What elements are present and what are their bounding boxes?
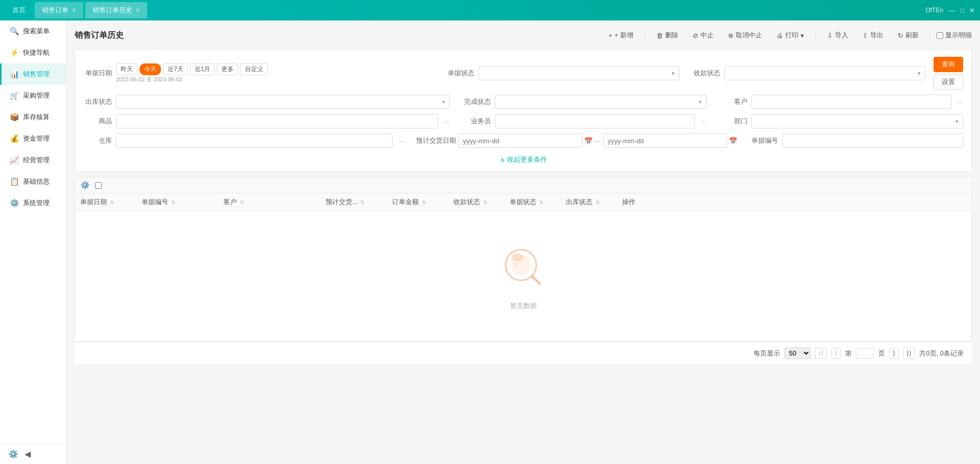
page-title: 销售订单历史 [75, 30, 124, 41]
warehouse-dots[interactable]: ··· [399, 137, 404, 145]
delete-button[interactable]: 🗑 删除 [651, 29, 683, 42]
data-table: 单据日期 ⇅ 单据编号 ⇅ 客户 ⇅ [75, 193, 971, 211]
complete-status-select[interactable]: ▾ [495, 95, 706, 109]
refresh-button[interactable]: ↻ 刷新 [893, 29, 924, 42]
th-receipt-status: 收款状态 ⇅ [448, 193, 505, 211]
tab-close-sales-order-history[interactable]: ✕ [135, 7, 140, 14]
department-select[interactable]: ▾ [751, 114, 963, 128]
calendar-start-icon[interactable]: 📅 [584, 137, 592, 145]
table-container: ⚙️ 单据日期 ⇅ 单据编号 ⇅ [75, 177, 972, 342]
tab-sales-order-history[interactable]: 销售订单历史 ✕ [85, 2, 147, 18]
salesperson-dots[interactable]: ··· [701, 118, 706, 125]
new-icon: + [608, 32, 612, 39]
import-icon: ⇩ [827, 32, 833, 39]
per-page-select[interactable]: 10 20 50 100 [784, 347, 811, 359]
bill-number-col: 单据编号 [749, 134, 963, 148]
date-today[interactable]: 今天 [140, 63, 161, 75]
sidebar-item-sales-mgmt[interactable]: 📊 销售管理 [0, 63, 66, 85]
window-close[interactable]: ✕ [969, 7, 975, 14]
customer-dots[interactable]: ··· [958, 98, 963, 106]
out-status-label: 出库状态 [83, 97, 112, 106]
sort-date-icon[interactable]: ⇅ [110, 200, 114, 205]
sidebar-settings-icon[interactable]: ⚙️ [8, 449, 18, 459]
export-button[interactable]: ⇧ 导出 [857, 29, 888, 42]
divider-1 [645, 32, 645, 39]
sidebar-item-operation-mgmt[interactable]: 📈 经营管理 [0, 149, 66, 171]
sort-customer-icon[interactable]: ⇅ [240, 200, 244, 205]
receipt-status-select[interactable]: ▾ [724, 66, 925, 80]
page-next-btn[interactable]: ⟩ [889, 348, 899, 359]
tab-home[interactable]: 首页 [5, 2, 33, 18]
per-page-label: 每页显示 [754, 349, 780, 358]
search-menu-icon: 🔍 [10, 27, 19, 36]
sort-delivery-icon[interactable]: ⇅ [360, 200, 364, 205]
delivery-date-start[interactable] [458, 134, 582, 148]
tab-close-sales-order[interactable]: ✕ [72, 7, 76, 14]
th-delivery: 预计交货... ⇅ [321, 193, 387, 211]
sidebar-item-system-mgmt[interactable]: ⚙️ 系统管理 [0, 192, 66, 214]
page-header: 销售订单历史 + + 新增 🗑 删除 ⊘ 中止 [75, 29, 972, 42]
delete-icon: 🗑 [656, 32, 663, 39]
delivery-date-end[interactable] [603, 134, 727, 148]
product-dots[interactable]: ··· [444, 118, 450, 125]
sidebar-item-quick-nav[interactable]: ⚡ 快捷导航 [0, 42, 66, 63]
display-detail-checkbox[interactable] [937, 32, 943, 39]
calendar-end-icon[interactable]: 📅 [729, 137, 737, 145]
salesperson-input[interactable] [495, 114, 695, 128]
filter-row-1: 单据日期 昨天 今天 近7天 近1月 更多 自定义 2023-06-02 至 2… [83, 57, 963, 90]
warehouse-input[interactable] [116, 134, 393, 148]
page-input[interactable]: 1 [856, 348, 874, 359]
customer-input[interactable] [751, 95, 951, 109]
display-detail-toggle[interactable]: 显示明细 [937, 31, 972, 40]
cancel-stop-button[interactable]: ⊗ 取消中止 [723, 29, 767, 42]
date-custom[interactable]: 自定义 [240, 63, 268, 75]
empty-text: 暂无数据 [510, 301, 537, 311]
product-input[interactable] [116, 114, 438, 128]
date-yesterday[interactable]: 昨天 [116, 63, 138, 75]
stop-button[interactable]: ⊘ 中止 [688, 29, 719, 42]
date-7days[interactable]: 近7天 [163, 63, 188, 75]
system-mgmt-icon: ⚙️ [10, 198, 19, 208]
import-button[interactable]: ⇩ 导入 [822, 29, 853, 42]
bill-status-select[interactable]: ▾ [478, 66, 679, 80]
date-more[interactable]: 更多 [217, 63, 238, 75]
window-minimize[interactable]: — [948, 7, 955, 14]
complete-status-col: 完成状态 ▾ [462, 95, 706, 109]
sidebar-item-capital-mgmt[interactable]: 💰 资金管理 [0, 128, 66, 149]
sidebar-item-inventory[interactable]: 📦 库存核算 [0, 106, 66, 128]
page-last-btn[interactable]: ⟩⟩ [903, 348, 915, 359]
sidebar-item-search-menu[interactable]: 🔍 搜索菜单 [0, 20, 66, 42]
sort-amount-icon[interactable]: ⇅ [422, 200, 426, 205]
new-button[interactable]: + + 新增 [603, 29, 639, 42]
department-chevron: ▾ [955, 118, 959, 125]
warehouse-label: 仓库 [83, 136, 112, 145]
sidebar: 🔍 搜索菜单 ⚡ 快捷导航 📊 销售管理 🛒 采购管理 📦 库存核算 💰 资金管… [0, 20, 66, 464]
sort-out-status-icon[interactable]: ⇅ [596, 200, 600, 205]
out-status-select[interactable]: ▾ [116, 95, 450, 109]
collapse-filter[interactable]: ∧ 收起更多条件 [83, 153, 963, 166]
sidebar-item-purchase-mgmt[interactable]: 🛒 采购管理 [0, 85, 66, 106]
print-button[interactable]: 🖨 打印 ▾ [771, 29, 809, 42]
sidebar-item-basic-info[interactable]: 📋 基础信息 [0, 171, 66, 192]
divider-3 [930, 32, 930, 39]
sort-receipt-status-icon[interactable]: ⇅ [483, 200, 487, 205]
pagination: 每页显示 10 20 50 100 ⟨⟨ ⟨ 第 1 页 ⟩ ⟩⟩ 共0页, 0… [75, 342, 972, 364]
setup-button[interactable]: 设置 [933, 74, 963, 90]
date-range-text: 2023-06-02 至 2023-06-02 [116, 76, 268, 83]
bill-number-input[interactable] [782, 134, 963, 148]
filter-row-4: 仓库 ··· 预计交货日期 📅 — 📅 单据编号 [83, 134, 963, 148]
table-settings-icon[interactable]: ⚙️ [80, 181, 90, 190]
filter-row-2: 出库状态 ▾ 完成状态 ▾ 客户 [83, 95, 963, 109]
date-1month[interactable]: 近1月 [190, 63, 215, 75]
th-customer: 客户 ⇅ [218, 193, 321, 211]
cancel-stop-icon: ⊗ [728, 32, 734, 39]
sidebar-collapse-icon[interactable]: ◀ [25, 449, 31, 459]
tab-sales-order[interactable]: 销售订单 ✕ [35, 2, 83, 18]
window-maximize[interactable]: □ [960, 7, 964, 14]
page-first-btn[interactable]: ⟨⟨ [815, 348, 827, 359]
page-prev-btn[interactable]: ⟨ [831, 348, 841, 359]
query-button[interactable]: 查询 [933, 57, 963, 72]
sort-number-icon[interactable]: ⇅ [171, 200, 175, 205]
sort-bill-status-icon[interactable]: ⇅ [539, 200, 543, 205]
table-select-all[interactable] [95, 182, 102, 189]
